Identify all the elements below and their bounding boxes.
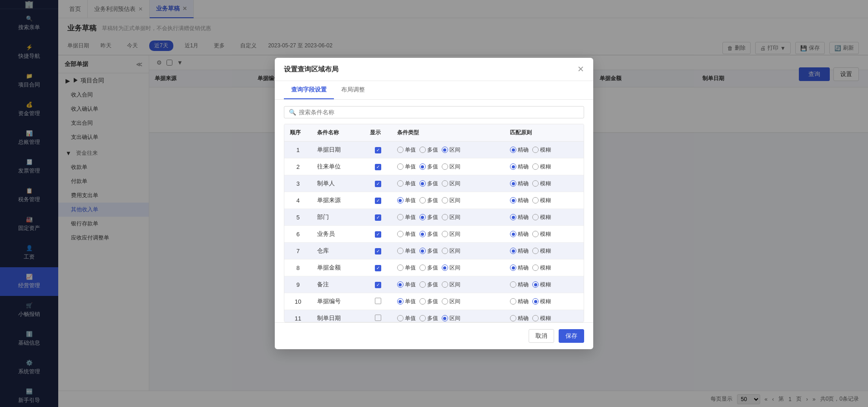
radio-match-fuzzy[interactable]: 模糊 <box>532 298 551 305</box>
td-order: 2 <box>284 158 312 175</box>
radio-type-multi[interactable]: 多值 <box>419 247 438 255</box>
radio-type-range[interactable]: 区间 <box>442 264 460 272</box>
radio-type-range[interactable]: 区间 <box>442 180 460 188</box>
radio-match-fuzzy[interactable]: 模糊 <box>532 197 551 204</box>
radio-type-range[interactable]: 区间 <box>442 281 460 289</box>
td-match-rule: 精确模糊 <box>505 142 584 158</box>
display-checkbox[interactable] <box>375 298 381 304</box>
radio-type-single[interactable]: 单值 <box>397 214 416 221</box>
radio-type-single[interactable]: 单值 <box>397 298 416 305</box>
display-checkbox[interactable] <box>375 282 381 288</box>
radio-match-circle-exact <box>510 197 516 204</box>
td-display <box>364 158 392 175</box>
radio-type-single[interactable]: 单值 <box>397 163 416 171</box>
radio-match-fuzzy[interactable]: 模糊 <box>532 214 551 221</box>
radio-type-multi[interactable]: 多值 <box>419 281 438 289</box>
radio-match-fuzzy[interactable]: 模糊 <box>532 264 551 272</box>
radio-type-multi[interactable]: 多值 <box>419 180 438 188</box>
td-name: 备注 <box>312 276 364 293</box>
radio-match-circle-exact <box>510 163 516 170</box>
td-display <box>364 226 392 243</box>
radio-circle-multi <box>419 281 426 288</box>
radio-type-single[interactable]: 单值 <box>397 247 416 255</box>
radio-match-exact[interactable]: 精确 <box>510 214 529 221</box>
radio-type-range[interactable]: 区间 <box>442 214 460 221</box>
radio-type-multi[interactable]: 多值 <box>419 214 438 221</box>
radio-match-exact[interactable]: 精确 <box>510 180 529 188</box>
radio-circle-single <box>397 248 404 254</box>
radio-match-exact[interactable]: 精确 <box>510 247 529 255</box>
radio-match-exact[interactable]: 精确 <box>510 230 529 238</box>
td-display <box>364 209 392 226</box>
radio-circle-single <box>397 315 404 321</box>
radio-type-single[interactable]: 单值 <box>397 197 416 204</box>
radio-type-range[interactable]: 区间 <box>442 298 460 305</box>
td-match-rule: 精确模糊 <box>505 158 584 175</box>
radio-type-multi[interactable]: 多值 <box>419 230 438 238</box>
display-checkbox[interactable] <box>375 265 381 271</box>
radio-circle-single <box>397 265 404 271</box>
modal-close-button[interactable]: ✕ <box>577 64 584 74</box>
radio-type-single[interactable]: 单值 <box>397 315 416 322</box>
td-order: 3 <box>284 175 312 192</box>
radio-match-fuzzy[interactable]: 模糊 <box>532 230 551 238</box>
radio-match-exact[interactable]: 精确 <box>510 315 529 322</box>
td-display <box>364 310 392 323</box>
radio-type-single[interactable]: 单值 <box>397 230 416 238</box>
display-checkbox[interactable] <box>375 164 381 170</box>
display-checkbox[interactable] <box>375 248 381 254</box>
radio-type-multi[interactable]: 多值 <box>419 264 438 272</box>
radio-type-single[interactable]: 单值 <box>397 264 416 272</box>
td-order: 6 <box>284 226 312 243</box>
radio-match-fuzzy[interactable]: 模糊 <box>532 315 551 322</box>
radio-circle-range <box>442 180 448 187</box>
radio-type-range[interactable]: 区间 <box>442 230 460 238</box>
radio-type-single[interactable]: 单值 <box>397 146 416 154</box>
td-match-rule: 精确模糊 <box>505 276 584 293</box>
modal-table: 顺序 条件名称 显示 条件类型 匹配原则 1单据日期单值多值区间精确模糊2往来单… <box>284 124 584 322</box>
radio-match-fuzzy[interactable]: 模糊 <box>532 163 551 171</box>
radio-match-exact[interactable]: 精确 <box>510 146 529 154</box>
radio-circle-range <box>442 214 448 220</box>
radio-circle-multi <box>419 315 426 321</box>
radio-match-exact[interactable]: 精确 <box>510 281 529 289</box>
radio-type-multi[interactable]: 多值 <box>419 298 438 305</box>
radio-match-exact[interactable]: 精确 <box>510 264 529 272</box>
radio-match-fuzzy[interactable]: 模糊 <box>532 281 551 289</box>
radio-circle-single <box>397 231 404 237</box>
td-condition-type: 单值多值区间 <box>392 175 505 192</box>
radio-type-multi[interactable]: 多值 <box>419 146 438 154</box>
radio-type-single[interactable]: 单值 <box>397 281 416 289</box>
radio-type-multi[interactable]: 多值 <box>419 163 438 171</box>
radio-type-range[interactable]: 区间 <box>442 163 460 171</box>
display-checkbox[interactable] <box>375 147 381 153</box>
display-checkbox[interactable] <box>375 198 381 204</box>
radio-type-range[interactable]: 区间 <box>442 197 460 204</box>
display-checkbox[interactable] <box>375 315 381 321</box>
radio-type-multi[interactable]: 多值 <box>419 315 438 322</box>
display-checkbox[interactable] <box>375 214 381 221</box>
radio-match-exact[interactable]: 精确 <box>510 197 529 204</box>
radio-circle-range <box>442 298 448 305</box>
radio-match-fuzzy[interactable]: 模糊 <box>532 247 551 255</box>
settings-modal: 设置查询区域布局 ✕ 查询字段设置 布局调整 🔍 顺序 条件名称 <box>275 58 593 349</box>
radio-match-circle-fuzzy <box>532 298 539 305</box>
modal-tab-layout[interactable]: 布局调整 <box>334 81 372 99</box>
radio-type-range[interactable]: 区间 <box>442 146 460 154</box>
radio-match-exact[interactable]: 精确 <box>510 163 529 171</box>
radio-match-exact[interactable]: 精确 <box>510 298 529 305</box>
modal-search-input[interactable] <box>299 109 579 116</box>
modal-save-button[interactable]: 保存 <box>559 329 584 343</box>
radio-match-fuzzy[interactable]: 模糊 <box>532 180 551 188</box>
radio-type-multi[interactable]: 多值 <box>419 197 438 204</box>
radio-match-fuzzy[interactable]: 模糊 <box>532 146 551 154</box>
modal-cancel-button[interactable]: 取消 <box>529 329 554 343</box>
display-checkbox[interactable] <box>375 181 381 187</box>
radio-circle-multi <box>419 231 426 237</box>
radio-match-circle-fuzzy <box>532 147 539 153</box>
radio-type-range[interactable]: 区间 <box>442 315 460 322</box>
radio-type-single[interactable]: 单值 <box>397 180 416 188</box>
modal-tab-query-fields[interactable]: 查询字段设置 <box>284 81 334 99</box>
radio-type-range[interactable]: 区间 <box>442 247 460 255</box>
display-checkbox[interactable] <box>375 231 381 238</box>
